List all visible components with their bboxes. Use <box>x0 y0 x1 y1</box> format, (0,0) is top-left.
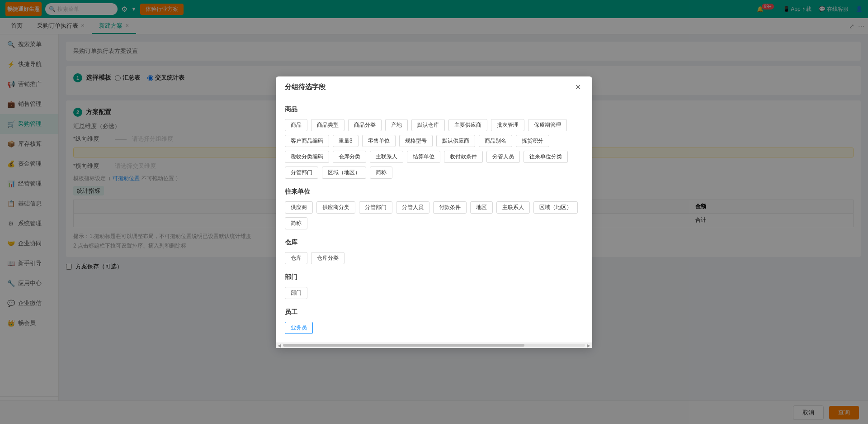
modal-close-button[interactable]: ✕ <box>572 81 583 92</box>
section-partner-title: 往来单位 <box>285 188 583 196</box>
modal-title: 分组待选字段 <box>285 83 326 91</box>
department-fields: 部门 <box>285 287 583 299</box>
field-expiry-mgmt[interactable]: 保质期管理 <box>528 119 567 131</box>
field-customer-code[interactable]: 客户商品编码 <box>285 135 329 147</box>
field-warehouse[interactable]: 仓库 <box>285 252 307 264</box>
field-warehouse-cat[interactable]: 仓库分类 <box>311 252 344 264</box>
field-partner-region[interactable]: 区域（地区） <box>533 201 578 214</box>
field-manager[interactable]: 分管人员 <box>486 151 520 163</box>
field-spec-model[interactable]: 规格型号 <box>399 135 433 147</box>
partner-fields: 供应商 供应商分类 分管部门 分管人员 付款条件 地区 主联系人 区域（地区） … <box>285 201 583 229</box>
field-department[interactable]: 部门 <box>285 287 307 299</box>
modal-body[interactable]: 商品 商品 商品类型 商品分类 产地 默认仓库 主要供应商 批次管理 保质期管理… <box>276 98 592 343</box>
field-batch-mgmt[interactable]: 批次管理 <box>491 119 524 131</box>
employee-fields: 业务员 <box>285 322 583 334</box>
field-weight[interactable]: 重量3 <box>333 135 359 147</box>
field-supplier-category[interactable]: 供应商分类 <box>316 201 355 214</box>
warehouse-fields: 仓库 仓库分类 <box>285 252 583 264</box>
field-salesperson[interactable]: 业务员 <box>285 322 313 334</box>
field-retail-unit[interactable]: 零售单位 <box>362 135 396 147</box>
section-warehouse: 仓库 仓库 仓库分类 <box>285 238 583 264</box>
field-select-modal: 分组待选字段 ✕ 商品 商品 商品类型 商品分类 产地 默认仓库 主要供应商 批… <box>276 76 592 348</box>
field-warehouse-category[interactable]: 仓库分类 <box>333 151 366 163</box>
section-product: 商品 商品 商品类型 商品分类 产地 默认仓库 主要供应商 批次管理 保质期管理… <box>285 105 583 179</box>
field-default-warehouse[interactable]: 默认仓库 <box>411 119 445 131</box>
modal-overlay: 分组待选字段 ✕ 商品 商品 商品类型 商品分类 产地 默认仓库 主要供应商 批… <box>0 0 868 424</box>
field-settle-unit[interactable]: 结算单位 <box>407 151 440 163</box>
field-dept[interactable]: 分管部门 <box>285 167 318 179</box>
field-partner-contact[interactable]: 主联系人 <box>496 201 530 214</box>
section-department-title: 部门 <box>285 273 583 281</box>
hscroll-track[interactable] <box>283 344 585 347</box>
field-product-type[interactable]: 商品类型 <box>311 119 344 131</box>
section-partner: 往来单位 供应商 供应商分类 分管部门 分管人员 付款条件 地区 主联系人 区域… <box>285 188 583 229</box>
field-pick-points[interactable]: 拣货积分 <box>516 135 549 147</box>
field-product-category[interactable]: 商品分类 <box>348 119 382 131</box>
modal-horizontal-scrollbar[interactable]: ◀ ▶ <box>276 343 592 348</box>
field-main-supplier[interactable]: 主要供应商 <box>448 119 487 131</box>
field-partner-dept[interactable]: 分管部门 <box>359 201 392 214</box>
field-partner-manager[interactable]: 分管人员 <box>396 201 429 214</box>
field-short-name[interactable]: 简称 <box>370 167 392 179</box>
section-employee-title: 员工 <box>285 308 583 316</box>
field-product-alias[interactable]: 商品别名 <box>479 135 512 147</box>
field-product[interactable]: 商品 <box>285 119 307 131</box>
field-main-contact[interactable]: 主联系人 <box>370 151 403 163</box>
section-warehouse-title: 仓库 <box>285 238 583 247</box>
section-product-title: 商品 <box>285 105 583 114</box>
field-partner-shortname[interactable]: 简称 <box>285 217 307 229</box>
field-partner-category[interactable]: 往来单位分类 <box>524 151 568 163</box>
field-payment-terms[interactable]: 收付款条件 <box>444 151 483 163</box>
product-fields: 商品 商品类型 商品分类 产地 默认仓库 主要供应商 批次管理 保质期管理 客户… <box>285 119 583 179</box>
field-region[interactable]: 区域（地区） <box>322 167 366 179</box>
field-supplier[interactable]: 供应商 <box>285 201 313 214</box>
section-department: 部门 部门 <box>285 273 583 299</box>
modal-header: 分组待选字段 ✕ <box>276 76 592 98</box>
field-tax-code[interactable]: 税收分类编码 <box>285 151 329 163</box>
hscroll-thumb[interactable] <box>283 344 524 347</box>
section-employee: 员工 业务员 <box>285 308 583 334</box>
field-payment-condition[interactable]: 付款条件 <box>433 201 467 214</box>
field-area[interactable]: 地区 <box>470 201 493 214</box>
field-origin[interactable]: 产地 <box>385 119 408 131</box>
field-default-supplier[interactable]: 默认供应商 <box>436 135 475 147</box>
